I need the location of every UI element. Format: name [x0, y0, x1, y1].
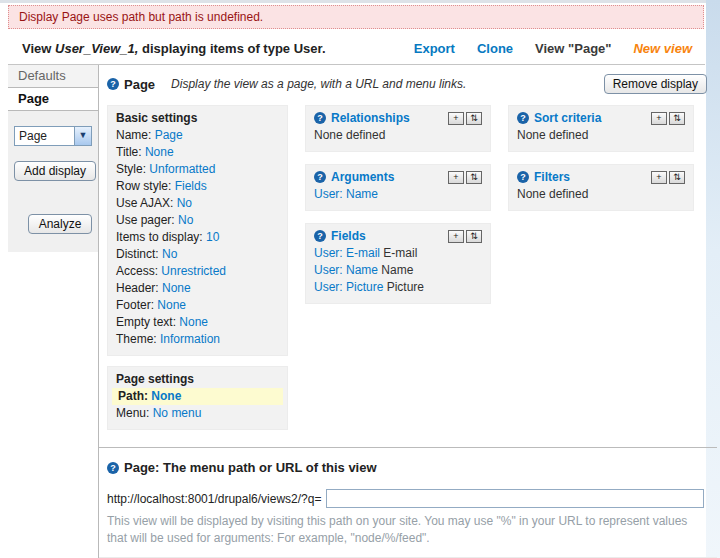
setting-use-pager: Use pager: No: [116, 212, 279, 229]
setting-header-value[interactable]: None: [162, 281, 191, 295]
category-filters-buttons: +⇅: [651, 171, 685, 184]
category-filters-title[interactable]: Filters: [534, 170, 570, 184]
category-fields-title[interactable]: Fields: [331, 229, 366, 243]
help-icon[interactable]: ?: [314, 112, 326, 124]
category-sort-criteria-header: ?Sort criteria+⇅: [517, 111, 685, 125]
help-icon[interactable]: ?: [314, 171, 326, 183]
help-icon[interactable]: ?: [314, 230, 326, 242]
setting-use-pager-value[interactable]: No: [178, 213, 193, 227]
rearrange-icon-button[interactable]: ⇅: [669, 171, 685, 184]
page-header: View User_View_1, displaying items of ty…: [8, 41, 704, 56]
rearrange-icon-button[interactable]: ⇅: [466, 230, 482, 243]
setting-use-ajax-value[interactable]: No: [177, 196, 192, 210]
setting-menu: Menu: No menu: [116, 405, 279, 422]
view-title-prefix: View: [22, 41, 51, 56]
settings-column-middle: ?Relationships+⇅None defined?Arguments+⇅…: [305, 105, 491, 316]
setting-menu-value[interactable]: No menu: [153, 406, 202, 420]
display-description: Display the view as a page, with a URL a…: [171, 77, 466, 91]
category-item-link[interactable]: User: E-mail: [314, 246, 380, 260]
add-display-button[interactable]: Add display: [14, 161, 96, 181]
setting-use-ajax: Use AJAX: No: [116, 195, 279, 212]
remove-display-button[interactable]: Remove display: [604, 74, 707, 94]
setting-empty-text-value[interactable]: None: [179, 315, 208, 329]
tab-page[interactable]: Page: [8, 88, 98, 111]
setting-empty-text: Empty text: None: [116, 314, 279, 331]
category-fields-header: ?Fields+⇅: [314, 229, 482, 243]
setting-title-label: Title:: [116, 145, 145, 159]
header-links: ExportCloneView "Page"New view: [414, 41, 692, 56]
display-top-bar: ? Page Display the view as a page, with …: [99, 74, 717, 94]
error-message: Display Page uses path but path is undef…: [8, 5, 704, 29]
export-link[interactable]: Export: [414, 41, 455, 56]
category-item-link[interactable]: User: Name: [314, 263, 378, 277]
category-item-link[interactable]: User: Name: [314, 187, 378, 201]
path-input[interactable]: [326, 489, 704, 508]
rearrange-icon-button[interactable]: ⇅: [669, 112, 685, 125]
rearrange-icon-button[interactable]: ⇅: [466, 112, 482, 125]
add-icon-button[interactable]: +: [448, 171, 464, 184]
setting-theme-value[interactable]: Information: [160, 332, 220, 346]
display-title: Page: [124, 77, 155, 92]
category-filters: ?Filters+⇅None defined: [508, 164, 694, 211]
setting-path: Path: None: [112, 388, 283, 405]
setting-title-value[interactable]: None: [145, 145, 174, 159]
setting-theme: Theme: Information: [116, 331, 279, 348]
category-item-link[interactable]: User: Picture: [314, 280, 383, 294]
help-icon[interactable]: ?: [107, 78, 119, 90]
setting-footer-value[interactable]: None: [157, 298, 186, 312]
window-top-edge: [0, 0, 720, 3]
settings-column-right: ?Sort criteria+⇅None defined?Filters+⇅No…: [508, 105, 694, 223]
setting-name-label: Name:: [116, 128, 155, 142]
setting-header: Header: None: [116, 280, 279, 297]
config-title-row: ? Page: The menu path or URL of this vie…: [107, 460, 707, 475]
category-arguments-title[interactable]: Arguments: [331, 170, 394, 184]
rearrange-icon-button[interactable]: ⇅: [466, 171, 482, 184]
setting-items-to-display-value[interactable]: 10: [206, 230, 219, 244]
setting-row-style-value[interactable]: Fields: [175, 179, 207, 193]
new-view-link[interactable]: New view: [633, 41, 692, 56]
category-relationships-title[interactable]: Relationships: [331, 111, 410, 125]
help-icon[interactable]: ?: [517, 171, 529, 183]
category-arguments-buttons: +⇅: [448, 171, 482, 184]
category-item: None defined: [517, 186, 685, 203]
category-item-text: None defined: [517, 187, 588, 201]
add-icon-button[interactable]: +: [448, 112, 464, 125]
setting-style-value[interactable]: Unformatted: [149, 162, 215, 176]
add-icon-button[interactable]: +: [651, 171, 667, 184]
setting-distinct-value[interactable]: No: [162, 247, 177, 261]
setting-access-value[interactable]: Unrestricted: [161, 264, 226, 278]
setting-theme-label: Theme:: [116, 332, 160, 346]
display-type-select[interactable]: Page ▼: [14, 126, 92, 146]
setting-row-style-label: Row style:: [116, 179, 175, 193]
tab-defaults[interactable]: Defaults: [8, 65, 98, 88]
sidebar-panel: Page ▼ Add display Analyze: [8, 111, 98, 252]
category-item: User: E-mail E-mail: [314, 245, 482, 262]
setting-footer-label: Footer:: [116, 298, 157, 312]
analyze-button[interactable]: Analyze: [28, 214, 92, 234]
config-form: ? Page: The menu path or URL of this vie…: [99, 447, 717, 558]
setting-empty-text-label: Empty text:: [116, 315, 179, 329]
help-icon[interactable]: ?: [107, 462, 119, 474]
setting-use-pager-label: Use pager:: [116, 213, 178, 227]
category-sort-criteria-buttons: +⇅: [651, 112, 685, 125]
category-relationships: ?Relationships+⇅None defined: [305, 105, 491, 152]
config-description: This view will be displayed by visiting …: [107, 513, 707, 547]
view-name: User_View_1,: [55, 41, 138, 56]
setting-distinct: Distinct: No: [116, 246, 279, 263]
view-page-link[interactable]: View "Page": [535, 41, 611, 56]
basic-settings-box: Basic settings Name: PageTitle: NoneStyl…: [107, 105, 288, 356]
setting-name-value[interactable]: Page: [155, 128, 183, 142]
setting-path-value[interactable]: None: [151, 389, 181, 403]
setting-title: Title: None: [116, 144, 279, 161]
category-sort-criteria-title[interactable]: Sort criteria: [534, 111, 601, 125]
help-icon[interactable]: ?: [517, 112, 529, 124]
category-item: None defined: [517, 127, 685, 144]
add-icon-button[interactable]: +: [448, 230, 464, 243]
clone-link[interactable]: Clone: [477, 41, 513, 56]
setting-use-ajax-label: Use AJAX:: [116, 196, 177, 210]
view-title: View User_View_1, displaying items of ty…: [22, 41, 326, 56]
setting-footer: Footer: None: [116, 297, 279, 314]
category-fields-buttons: +⇅: [448, 230, 482, 243]
add-icon-button[interactable]: +: [651, 112, 667, 125]
views-edit-region: Defaults Page Page ▼ Add display Analyze…: [8, 64, 705, 558]
